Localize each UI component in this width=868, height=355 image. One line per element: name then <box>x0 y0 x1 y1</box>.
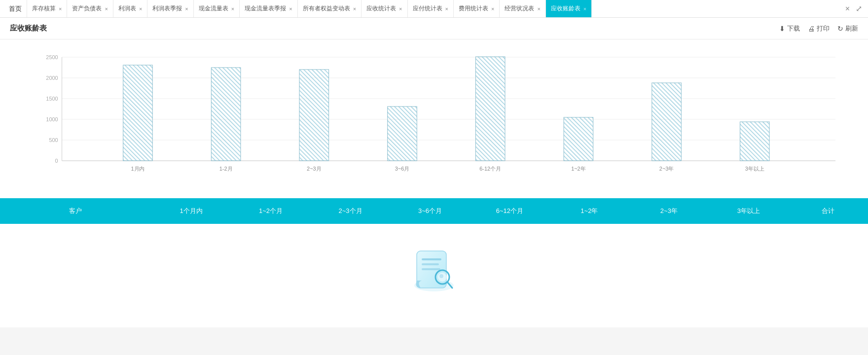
refresh-button[interactable]: ↻ 刷新 <box>837 24 858 33</box>
close-icon[interactable]: × <box>399 6 402 12</box>
tab-cashflow-label: 现金流量表 <box>199 4 228 13</box>
tab-expense-stats[interactable]: 费用统计表 × <box>454 0 500 18</box>
bar-chart: 2500 2000 1500 1000 500 0 1月内 1-2月 <box>33 52 840 180</box>
close-icon[interactable]: × <box>59 6 62 12</box>
tab-cashflow[interactable]: 现金流量表 × <box>194 0 240 18</box>
tab-expense-stats-label: 费用统计表 <box>459 4 488 13</box>
svg-rect-26 <box>422 263 439 265</box>
tab-operations[interactable]: 经营状况表 × <box>500 0 545 18</box>
svg-text:2500: 2500 <box>46 54 58 60</box>
close-icon[interactable]: × <box>537 6 540 12</box>
svg-text:6-12个月: 6-12个月 <box>479 166 501 172</box>
bar-1-month <box>123 65 153 161</box>
svg-text:1~2年: 1~2年 <box>571 166 585 172</box>
tab-profit-quarterly-label: 利润表季报 <box>152 4 182 13</box>
th-2-3year: 2~3年 <box>629 207 709 215</box>
th-1-2month: 1~2个月 <box>231 207 310 215</box>
main-content: 2500 2000 1500 1000 500 0 1月内 1-2月 <box>0 39 868 198</box>
tab-balance-sheet-label: 资产负债表 <box>72 4 102 13</box>
bar-2-3-month <box>299 70 329 161</box>
tab-ar-stats-label: 应收统计表 <box>366 4 396 13</box>
window-controls: × ⤢ <box>843 4 864 13</box>
tab-profit[interactable]: 利润表 × <box>113 0 147 18</box>
svg-text:2000: 2000 <box>46 75 58 81</box>
svg-text:1-2月: 1-2月 <box>219 166 233 172</box>
svg-text:500: 500 <box>49 137 58 143</box>
th-customer: 客户 <box>0 207 151 215</box>
close-icon[interactable]: × <box>445 6 448 12</box>
table-header: 客户 1个月内 1~2个月 2~3个月 3~6个月 6~12个月 1~2年 2~… <box>0 198 868 224</box>
chart-container: 2500 2000 1500 1000 500 0 1月内 1-2月 <box>8 47 860 190</box>
svg-rect-27 <box>422 268 440 270</box>
tab-profit-label: 利润表 <box>118 4 136 13</box>
tab-equity[interactable]: 所有者权益变动表 × <box>298 0 362 18</box>
tab-ap-stats-label: 应付统计表 <box>413 4 442 13</box>
refresh-label: 刷新 <box>845 24 858 33</box>
close-icon[interactable]: × <box>185 6 188 12</box>
tab-inventory[interactable]: 库存核算 × <box>27 0 67 18</box>
svg-text:2~3年: 2~3年 <box>659 166 674 172</box>
svg-text:1月内: 1月内 <box>131 166 145 172</box>
svg-text:0: 0 <box>55 158 58 164</box>
bar-1-2-month <box>211 68 241 161</box>
tab-profit-quarterly[interactable]: 利润表季报 × <box>147 0 193 18</box>
bar-3-6-month <box>388 106 417 161</box>
th-3-6month: 3~6个月 <box>390 207 470 215</box>
tab-ap-stats[interactable]: 应付统计表 × <box>408 0 454 18</box>
page-header: 应收账龄表 ⬇ 下载 🖨 打印 ↻ 刷新 <box>0 18 868 39</box>
tab-inventory-label: 库存核算 <box>32 4 56 13</box>
download-icon: ⬇ <box>779 25 785 33</box>
tab-bar: 首页 库存核算 × 资产负债表 × 利润表 × 利润表季报 × 现金流量表 × … <box>0 0 868 18</box>
th-1month: 1个月内 <box>151 207 231 215</box>
print-button[interactable]: 🖨 打印 <box>808 24 830 33</box>
th-2-3month: 2~3个月 <box>311 207 390 215</box>
close-icon[interactable]: × <box>105 6 108 12</box>
close-icon[interactable]: × <box>289 6 292 12</box>
tab-equity-label: 所有者权益变动表 <box>303 4 350 13</box>
bar-1-2-year <box>564 117 593 161</box>
svg-text:3~6月: 3~6月 <box>395 166 409 172</box>
bar-2-3-year <box>652 83 682 161</box>
tab-cashflow-quarterly[interactable]: 现金流量表季报 × <box>240 0 297 18</box>
bar-6-12-month <box>475 57 505 161</box>
th-6-12month: 6~12个月 <box>470 207 549 215</box>
close-icon[interactable]: × <box>139 6 142 12</box>
refresh-icon: ↻ <box>837 25 843 33</box>
print-label: 打印 <box>817 24 830 33</box>
svg-text:1500: 1500 <box>46 96 58 102</box>
th-total: 合计 <box>789 207 868 215</box>
th-1-2year: 1~2年 <box>549 207 629 215</box>
close-icon[interactable]: × <box>583 6 586 12</box>
tab-balance-sheet[interactable]: 资产负债表 × <box>67 0 113 18</box>
svg-text:2~3月: 2~3月 <box>307 166 321 172</box>
table-body <box>0 224 868 327</box>
svg-text:3年以上: 3年以上 <box>745 166 764 172</box>
empty-state-icon <box>407 244 461 298</box>
bar-3-plus-year <box>740 122 769 161</box>
tab-ar-aging[interactable]: 应收账龄表 × <box>546 0 592 18</box>
svg-point-31 <box>439 274 443 278</box>
tab-ar-stats[interactable]: 应收统计表 × <box>362 0 407 18</box>
close-icon[interactable]: × <box>491 6 494 12</box>
svg-rect-25 <box>422 258 441 260</box>
header-actions: ⬇ 下载 🖨 打印 ↻ 刷新 <box>779 24 858 33</box>
close-icon[interactable]: × <box>231 6 234 12</box>
tab-home-label: 首页 <box>9 4 22 13</box>
tab-operations-label: 经营状况表 <box>505 4 534 13</box>
tab-home[interactable]: 首页 <box>4 0 27 18</box>
print-icon: 🖨 <box>808 25 815 33</box>
close-icon[interactable]: × <box>353 6 356 12</box>
download-button[interactable]: ⬇ 下载 <box>779 24 800 33</box>
page-title: 应收账龄表 <box>10 24 47 33</box>
close-window-icon[interactable]: × <box>843 4 852 13</box>
download-label: 下载 <box>787 24 800 33</box>
tab-cashflow-quarterly-label: 现金流量表季报 <box>245 4 286 13</box>
th-3plus-year: 3年以上 <box>709 207 788 215</box>
tab-ar-aging-label: 应收账龄表 <box>551 4 580 13</box>
empty-state <box>0 224 868 327</box>
maximize-window-icon[interactable]: ⤢ <box>854 4 864 13</box>
svg-text:1000: 1000 <box>46 116 58 122</box>
